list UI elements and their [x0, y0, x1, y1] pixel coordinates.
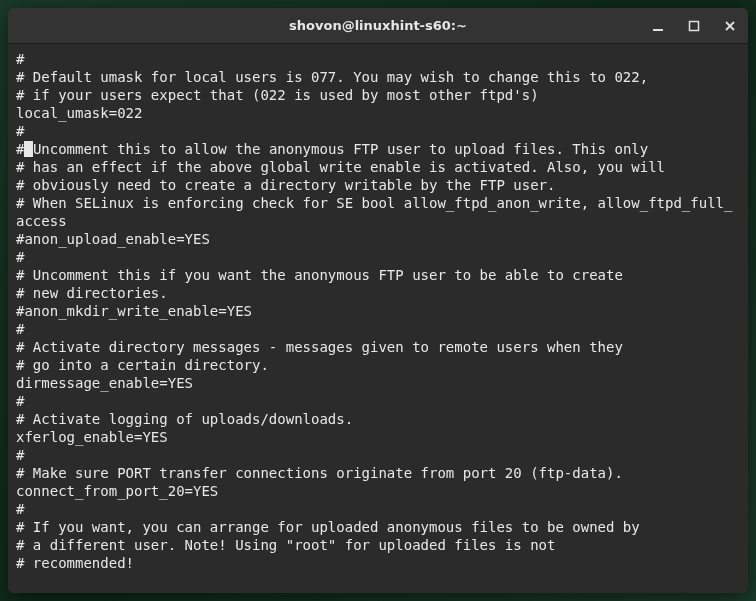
minimize-icon: [652, 20, 664, 32]
maximize-icon: [688, 20, 700, 32]
text-cursor: [24, 141, 32, 157]
terminal-window: shovon@linuxhint-s60:~ # # Default umask: [8, 8, 748, 593]
close-icon: [724, 20, 736, 32]
svg-rect-0: [653, 29, 663, 31]
titlebar[interactable]: shovon@linuxhint-s60:~: [8, 8, 748, 44]
close-button[interactable]: [718, 14, 742, 38]
terminal-body[interactable]: # # Default umask for local users is 077…: [8, 44, 748, 593]
terminal-content: # # Default umask for local users is 077…: [16, 50, 740, 572]
maximize-button[interactable]: [682, 14, 706, 38]
minimize-button[interactable]: [646, 14, 670, 38]
window-controls: [646, 14, 742, 38]
svg-rect-1: [690, 21, 699, 30]
window-title: shovon@linuxhint-s60:~: [289, 18, 467, 33]
